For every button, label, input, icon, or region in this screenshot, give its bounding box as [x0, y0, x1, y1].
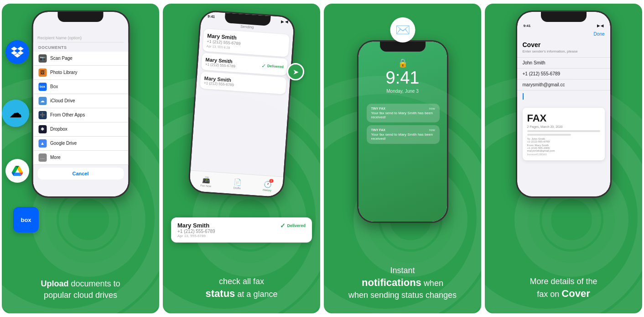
sender-email-field[interactable]: marysmith@gmail.cc	[517, 79, 610, 90]
panel-4-caption: More details of thefax on Cover	[520, 276, 606, 301]
notif-1-app: TINY FAX	[371, 107, 385, 110]
phone-screen-2: 9:41▶ ◀ Sending Mary Smith +1 (212) 555-…	[189, 11, 294, 197]
scan-label: Scan Page	[50, 56, 73, 61]
lock-date: Monday, June 3	[386, 89, 418, 94]
phone-mockup-1: Recipient Name (option) Documents 📷 Scan…	[31, 11, 130, 198]
fax-document: FAX 2 Pages, March 20, 2020 To: John Smi…	[523, 108, 605, 160]
panel-1-caption: Upload documents topopular cloud drives	[31, 278, 129, 301]
box-label: Box	[50, 84, 58, 89]
notif-card-header: Mary Smith +1 (212) 555-6789 Apr 13, 555…	[177, 222, 306, 238]
envelope-icon: ✉️	[390, 17, 415, 42]
ripple-bg-3	[353, 163, 467, 277]
drafts-icon: 📄	[233, 178, 241, 186]
phone-screen-4: 9:41▶ ◀ Done Cover Enter sender's inform…	[517, 12, 610, 196]
panel-3-caption: Instant notifications when when sending …	[339, 265, 466, 301]
gdrive-icon: ▲	[38, 139, 47, 148]
caption-prefix-1: Upload	[41, 279, 68, 288]
history-icon-wrap: 🕐 1	[263, 180, 271, 188]
caption-check-prefix-2: check all fax	[219, 277, 264, 286]
tab-fax-now[interactable]: 📠 Fax Now	[200, 176, 212, 188]
menu-item-other-apps[interactable]: ➕ From Other Apps	[33, 108, 128, 122]
notif-2-header: TINY FAX now	[371, 128, 435, 132]
lock-screen: 🔒 9:41 Monday, June 3 TINY FAX now Your …	[358, 42, 447, 222]
notif-1-time: now	[429, 107, 435, 110]
fax-invoice: Invoice#12B560	[527, 153, 600, 156]
lock-icon: 🔒	[398, 58, 408, 68]
gdrive-label: Google Drive	[50, 141, 77, 146]
menu-item-gdrive[interactable]: ▲ Google Drive	[33, 137, 128, 151]
sender-phone-field[interactable]: +1 (212) 555-6789	[517, 69, 610, 79]
phone-screen-1: Recipient Name (option) Documents 📷 Scan…	[33, 12, 128, 196]
fax-doc-subtitle: 2 Pages, March 20, 2020	[527, 125, 600, 128]
menu-header: Documents	[33, 42, 128, 52]
envelope-container: ✉️	[390, 17, 415, 47]
notch-1	[58, 12, 104, 22]
menu-item-dropbox[interactable]: ✱ Dropbox	[33, 122, 128, 137]
phone-mockup-2: 9:41▶ ◀ Sending Mary Smith +1 (212) 555-…	[187, 10, 296, 199]
caption-instant: Instant	[390, 266, 415, 275]
more-icon: …	[38, 153, 47, 162]
menu-item-icloud[interactable]: ☁ iCloud Drive	[33, 94, 128, 108]
notif-1-text: Your fax send to Mary Smith has been rec…	[371, 111, 435, 119]
delivered-badge-1: ✓ Delivered	[261, 62, 284, 70]
notif-card-1: TINY FAX now Your fax send to Mary Smith…	[367, 104, 440, 122]
cursor-line	[517, 90, 610, 104]
tab-history-label: History	[263, 189, 271, 192]
photo-icon: 🖼	[38, 69, 47, 77]
phone-screen-3: 🔒 9:41 Monday, June 3 TINY FAX now Your …	[358, 42, 447, 222]
menu-item-scan[interactable]: 📷 Scan Page	[33, 52, 128, 66]
dropbox-icon: ✱	[38, 125, 47, 133]
cover-fields: John Smith +1 (212) 555-6789 marysmith@g…	[517, 57, 610, 104]
box-icon: box	[38, 83, 47, 91]
lock-time: 9:41	[386, 68, 420, 88]
fax-line-2	[527, 134, 571, 136]
gdrive-logo	[5, 159, 29, 183]
ripple-bg-1	[31, 163, 145, 277]
fax-card-2: Mary Smith +1 (212) 555-6789	[200, 72, 286, 95]
panel-1: ☁ box Recipient Name (option) Documents …	[2, 4, 159, 313]
phone-mockup-3: 🔒 9:41 Monday, June 3 TINY FAX now Your …	[357, 40, 448, 223]
status-bar-4: 9:41▶ ◀	[517, 23, 610, 30]
notif-2-time: now	[429, 128, 435, 132]
other-apps-label: From Other Apps	[50, 112, 85, 117]
photo-label: Photo Library	[50, 70, 77, 75]
menu-item-box[interactable]: box Box	[33, 80, 128, 94]
tab-drafts[interactable]: 📄 Drafts	[233, 178, 241, 190]
card2-name: Mary Smith	[204, 75, 282, 86]
notif-card-name: Mary Smith	[177, 222, 215, 229]
caption-bold-2: status	[206, 288, 235, 299]
notif-2-text: Your fax send to Mary Smith has been rec…	[371, 132, 435, 141]
tab-drafts-label: Drafts	[233, 186, 240, 190]
tab-history[interactable]: 🕐 1 History	[263, 180, 272, 192]
recipient-field: Recipient Name (option)	[33, 23, 128, 42]
menu-item-photo[interactable]: 🖼 Photo Library	[33, 66, 128, 80]
cover-header: Done	[517, 30, 610, 38]
notif-2-app: TINY FAX	[371, 128, 385, 132]
icloud-icon: ☁	[38, 97, 47, 105]
fax-to-label: To: John Smith+1 (212) 555-6789	[527, 137, 600, 143]
panel-2: 9:41▶ ◀ Sending Mary Smith +1 (212) 555-…	[163, 4, 320, 313]
sender-name-field[interactable]: John Smith	[517, 57, 610, 69]
cancel-button[interactable]: Cancel	[37, 168, 124, 180]
done-button[interactable]: Done	[594, 32, 605, 37]
history-icon: 🕐	[263, 180, 271, 188]
menu-item-more[interactable]: … More	[33, 151, 128, 165]
notif-card-2: TINY FAX now Your fax send to Mary Smith…	[367, 125, 440, 144]
tab-bar-2: 📠 Fax Now 📄 Drafts 🕐 1 History	[189, 170, 283, 197]
other-apps-icon: ➕	[38, 111, 47, 119]
caption-suffix-2: at a glance	[235, 290, 277, 299]
panel-3: ✉️ 🔒 9:41 Monday, June 3 TINY FAX now Yo…	[324, 4, 481, 313]
dropbox-label: Dropbox	[50, 127, 68, 132]
floating-notification-card: Mary Smith +1 (212) 555-6789 Apr 13, 555…	[171, 217, 312, 243]
history-badge: 1	[269, 179, 273, 183]
notif-card-info: Mary Smith +1 (212) 555-6789 Apr 13, 555…	[177, 222, 215, 238]
fax-doc-title: FAX	[527, 112, 600, 124]
cursor	[523, 93, 524, 100]
caption-cover-bold: Cover	[561, 288, 590, 299]
notch-4	[541, 12, 587, 22]
notifications-container: TINY FAX now Your fax send to Mary Smith…	[358, 101, 447, 147]
notif-card-extra: Apr 13, 555-6789	[177, 234, 215, 238]
dropbox-logo	[5, 40, 29, 64]
notif-delivered-badge: ✓ Delivered	[280, 222, 306, 229]
icloud-label: iCloud Drive	[50, 98, 75, 103]
